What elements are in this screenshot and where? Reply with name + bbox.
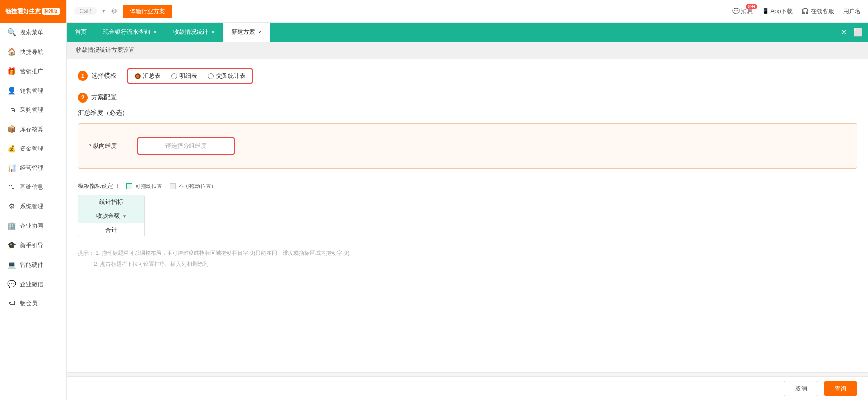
step1-section: 1 选择模板 汇总表 明细表 交叉统计表	[78, 68, 857, 84]
online-service-button[interactable]: 🎧 在线客服	[802, 7, 834, 15]
tab-new-plan[interactable]: 新建方案 ✕	[223, 23, 270, 42]
sidebar-item-member[interactable]: 🏷 畅会员	[0, 294, 66, 313]
sidebar-item-label: 基础信息	[20, 183, 43, 191]
dimension-placeholder[interactable]: 请选择分组维度	[137, 137, 235, 155]
sidebar-item-label: 企业协同	[20, 222, 43, 230]
message-badge: 99+	[746, 4, 757, 9]
sidebar-item-label: 经营管理	[20, 164, 43, 172]
message-button[interactable]: 💬 消息 99+	[732, 7, 753, 15]
sidebar-item-sales[interactable]: 👤 销售管理	[0, 81, 66, 100]
sidebar-item-basic-info[interactable]: 🗂 基础信息	[0, 178, 66, 197]
logo: 畅捷通好生意 标准版	[0, 0, 66, 23]
sidebar-item-label: 资金管理	[20, 145, 43, 153]
radio-summary[interactable]: 汇总表	[135, 72, 160, 80]
quick-nav-icon: 🏠	[7, 47, 16, 56]
radio-detail-label: 明细表	[179, 72, 197, 80]
tips-prefix: 提示：	[78, 250, 94, 256]
app-download-button[interactable]: 📱 App下载	[762, 7, 793, 15]
content-area: 收款情况统计方案设置 1 选择模板 汇总表 明细表	[67, 42, 868, 376]
marketing-icon: 🎁	[7, 67, 16, 75]
indicator-table-header: 统计指标	[78, 195, 144, 209]
form-area: 1 选择模板 汇总表 明细表 交叉统计表	[67, 59, 868, 372]
operation-icon: 📊	[7, 164, 16, 172]
tip1-text: 1. 拖动标题栏可以调整布局，不可跨维度或指标区域拖动栏目字段(只能在同一维度或…	[95, 250, 349, 256]
sidebar-item-marketing[interactable]: 🎁 营销推广	[0, 61, 66, 81]
member-icon: 🏷	[7, 299, 16, 307]
user-info[interactable]: 用户名	[843, 7, 861, 15]
sidebar-item-quick-nav[interactable]: 🏠 快捷导航	[0, 42, 66, 61]
guide-icon: 🎓	[7, 241, 16, 249]
dimension-arrow: →	[124, 142, 130, 150]
movable-legend: 可拖动位置	[126, 183, 162, 190]
smart-hw-icon: 💻	[7, 260, 16, 269]
system-icon: ⚙	[7, 202, 16, 211]
logo-text: 畅捷通好生意	[5, 8, 41, 15]
col1-dropdown-icon[interactable]: ▾	[123, 213, 126, 219]
col1-row-text: 合计	[105, 226, 117, 233]
vertical-dim-label: * 纵向维度	[89, 142, 117, 150]
search-menu-icon: 🔍	[7, 28, 16, 37]
tab-bank-flow-close[interactable]: ✕	[153, 29, 157, 35]
bottom-action-bar: 取消 查询	[67, 376, 868, 400]
sidebar-item-inventory[interactable]: 📦 库存核算	[0, 119, 66, 139]
settings-icon[interactable]: ⚙	[111, 7, 117, 15]
main-area: CaR ▾ ⚙ 体验行业方案 💬 消息 99+ 📱 App下载 🎧 在线客服 用…	[67, 0, 868, 400]
radio-summary-label: 汇总表	[143, 72, 160, 80]
sidebar-item-enterprise[interactable]: 🏢 企业协同	[0, 216, 66, 235]
indicator-title-text: 模板指标设定（	[78, 182, 119, 190]
radio-detail[interactable]: 明细表	[171, 72, 197, 80]
radio-cross-input[interactable]	[208, 73, 214, 79]
step2-section: 2 方案配置 汇总维度（必选） * 纵向维度 → 请选择分组维度	[78, 93, 857, 269]
indicator-header: 模板指标设定（ 可拖动位置 不可拖动位置）	[78, 182, 857, 190]
sidebar-item-funds[interactable]: 💰 资金管理	[0, 139, 66, 158]
indicator-table: 统计指标 收款金额 ▾ 合计	[78, 195, 145, 237]
radio-cross-label: 交叉统计表	[216, 72, 245, 80]
radio-summary-input[interactable]	[135, 73, 141, 79]
basic-info-icon: 🗂	[7, 183, 16, 191]
tab-bank-flow[interactable]: 现金银行流水查询 ✕	[95, 23, 165, 42]
breadcrumb: CaR	[74, 7, 97, 15]
tab-collect-stat-label: 收款情况统计	[173, 28, 208, 36]
sidebar-item-smart-hw[interactable]: 💻 智能硬件	[0, 255, 66, 274]
edition-badge: 标准版	[42, 8, 60, 15]
tip2-text: 2. 点击标题栏下拉可设置排序、插入列和删除列	[94, 261, 208, 267]
sidebar-item-system[interactable]: ⚙ 系统管理	[0, 197, 66, 216]
close-window-icon[interactable]: ✕	[837, 26, 850, 38]
step2-label: 方案配置	[91, 94, 117, 102]
tab-collect-stat[interactable]: 收款情况统计 ✕	[165, 23, 223, 42]
header-left: CaR ▾ ⚙ 体验行业方案	[74, 5, 172, 18]
cancel-button[interactable]: 取消	[784, 381, 818, 396]
sidebar-item-label: 营销推广	[20, 67, 43, 75]
sidebar-item-operation[interactable]: 📊 经营管理	[0, 158, 66, 178]
tab-collect-stat-close[interactable]: ✕	[211, 29, 215, 35]
sidebar-item-purchase[interactable]: 🛍 采购管理	[0, 100, 66, 119]
tabbar: 首页 现金银行流水查询 ✕ 收款情况统计 ✕ 新建方案 ✕ ✕ ⬜	[67, 23, 868, 42]
sidebar-item-wechat[interactable]: 💬 企业微信	[0, 274, 66, 294]
page-title: 收款情况统计方案设置	[67, 42, 868, 59]
wechat-icon: 💬	[7, 280, 16, 288]
breadcrumb-dropdown-icon[interactable]: ▾	[102, 8, 105, 14]
maximize-window-icon[interactable]: ⬜	[852, 26, 864, 38]
tips-area: 提示： 1. 拖动标题栏可以调整布局，不可跨维度或指标区域拖动栏目字段(只能在同…	[78, 248, 349, 269]
query-button[interactable]: 查询	[824, 381, 857, 396]
col1-header[interactable]: 收款金额 ▾	[78, 209, 144, 223]
unmovable-legend: 不可拖动位置）	[170, 183, 217, 190]
sidebar-item-label: 库存核算	[20, 125, 43, 133]
sidebar-item-search-menu[interactable]: 🔍 搜索菜单	[0, 23, 66, 42]
dimension-row: * 纵向维度 → 请选择分组维度	[89, 137, 846, 155]
tab-new-plan-close[interactable]: ✕	[258, 29, 262, 35]
tab-home-label: 首页	[75, 28, 87, 36]
industry-btn[interactable]: 体验行业方案	[123, 5, 172, 18]
sidebar-item-guide[interactable]: 🎓 新手引导	[0, 235, 66, 255]
radio-cross[interactable]: 交叉统计表	[208, 72, 245, 80]
step1-label: 选择模板	[91, 72, 117, 80]
tab-home[interactable]: 首页	[67, 23, 95, 42]
enterprise-icon: 🏢	[7, 221, 16, 230]
header-right: 💬 消息 99+ 📱 App下载 🎧 在线客服 用户名	[732, 7, 861, 15]
sidebar-item-label: 企业微信	[20, 280, 43, 288]
sidebar-item-label: 搜索菜单	[20, 28, 43, 37]
col1-header-text: 收款金额	[96, 212, 120, 220]
radio-detail-input[interactable]	[171, 73, 177, 79]
download-label: App下载	[770, 8, 793, 14]
service-label: 在线客服	[811, 8, 834, 14]
